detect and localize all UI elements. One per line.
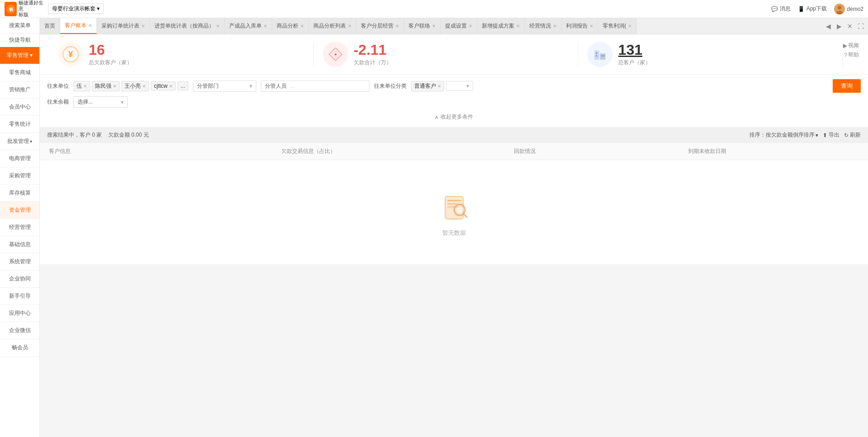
unit-class-arrow-icon: ▾: [466, 83, 469, 89]
sidebar-item-vip[interactable]: 畅会员: [0, 339, 39, 356]
refresh-btn[interactable]: ↻ 刷新: [844, 131, 861, 139]
query-button[interactable]: 查询: [833, 79, 861, 93]
tab-close-inbound-stats[interactable]: ✕: [216, 24, 220, 28]
tab-product-analysis-list[interactable]: 商品分析列表 ✕: [309, 18, 356, 34]
tab-close-customer-accounts[interactable]: ✕: [88, 23, 92, 28]
results-bar: 搜索结果中，客户 0 家 欠款金额 0.00 元 排序：按欠款金额倒序排序 ▾ …: [40, 128, 868, 143]
filter-area: 往来单位 伍 ✕ 陈民强 ✕ 王小亮 ✕: [40, 75, 868, 128]
person-extra-icon: ...: [290, 83, 295, 89]
sidebar-item-enterprise[interactable]: 企业协同: [0, 271, 39, 288]
tab-close-product-analysis-list[interactable]: ✕: [348, 24, 351, 28]
filter-tag-cjttcw: cjttcw ✕: [151, 81, 176, 90]
sidebar-search[interactable]: 搜索菜单: [0, 18, 39, 33]
top-bar: 畅 畅捷通好生意 标版 母婴行业演示帐套 ▾ 💬 消息 📱 App下载 demo…: [0, 0, 868, 18]
remove-tag-chen[interactable]: ✕: [113, 84, 116, 89]
sidebar-item-membership[interactable]: 会员中心: [0, 99, 39, 116]
tab-close-operations[interactable]: ✕: [553, 24, 556, 28]
tab-bar-actions: ◀ ▶ ✕ ⛶: [821, 18, 868, 34]
sidebar-item-finance[interactable]: 资金管理: [0, 202, 39, 219]
sidebar-item-wholesale[interactable]: 批发管理 ▾: [0, 133, 39, 150]
remove-tag-wu[interactable]: ✕: [83, 84, 87, 89]
messages-btn[interactable]: 💬 消息: [771, 5, 791, 13]
tab-close-profit-report[interactable]: ✕: [590, 24, 593, 28]
sidebar-item-retail-mall[interactable]: 零售商城: [0, 64, 39, 81]
sidebar-quick-nav[interactable]: 快捷导航: [0, 33, 39, 47]
sort-arrow-icon: ▾: [815, 132, 818, 138]
sidebar-item-operations[interactable]: 经营管理: [0, 219, 39, 236]
app-download-btn[interactable]: 📱 App下载: [798, 5, 827, 13]
sidebar-item-basic-info[interactable]: 基础信息: [0, 236, 39, 253]
col-repayment: 回款情况: [512, 147, 686, 155]
main-layout: 搜索菜单 快捷导航 零售管理 ▾ 零售商城 营销推广 会员中心 零售统计 批发管…: [0, 18, 868, 437]
tab-operations-situation[interactable]: 经营情况 ✕: [525, 18, 561, 34]
tab-home[interactable]: 首页: [40, 18, 60, 34]
export-btn[interactable]: ⬆ 导出: [823, 131, 839, 139]
sidebar-item-inventory[interactable]: 库存核算: [0, 185, 39, 202]
help-btn[interactable]: ? 帮助: [844, 51, 859, 59]
tab-retail-profit-label: 零售利润(: [603, 22, 626, 30]
filter-unit-class-select[interactable]: ▾: [446, 81, 473, 91]
tab-scroll-right[interactable]: ▶: [834, 22, 844, 31]
tab-raise-settings[interactable]: 提成设置 ✕: [441, 18, 477, 34]
remove-tag-wang[interactable]: ✕: [142, 84, 146, 89]
sidebar-item-system[interactable]: 系统管理: [0, 253, 39, 271]
video-btn[interactable]: ▶ 视频: [843, 42, 859, 49]
sidebar-item-wechat[interactable]: 企业微信: [0, 322, 39, 339]
tab-close-customer-contact[interactable]: ✕: [432, 24, 436, 28]
tab-close-product-analysis[interactable]: ✕: [300, 24, 304, 28]
stat-block-debt: ✦ -2.11 欠款合计（万）: [314, 42, 579, 67]
tab-maximize[interactable]: ⛶: [856, 22, 865, 31]
tab-close-purchase-stats[interactable]: ✕: [141, 24, 145, 28]
sidebar-item-ecommerce[interactable]: 电商管理: [0, 150, 39, 167]
collapse-btn[interactable]: ∧ 收起更多条件: [429, 111, 479, 123]
tab-inbound-stats[interactable]: 进货单统计表（按商品） ✕: [150, 18, 225, 34]
tab-customer-segment[interactable]: 客户分层经营 ✕: [356, 18, 404, 34]
tab-close-customer-segment[interactable]: ✕: [395, 24, 399, 28]
tab-profit-report[interactable]: 利润报告 ✕: [561, 18, 598, 34]
page-content: ¥ 16 总欠款客户（家） ✦: [40, 34, 868, 437]
tab-close-product-inbound[interactable]: ✕: [264, 24, 267, 28]
sidebar-item-purchase[interactable]: 采购管理: [0, 167, 39, 185]
tab-customer-accounts[interactable]: 客户账本 ✕: [60, 18, 97, 34]
tab-customer-contact[interactable]: 客户联络 ✕: [404, 18, 441, 34]
tab-close-raise-settings[interactable]: ✕: [469, 24, 472, 28]
svg-text:✦: ✦: [334, 52, 337, 57]
tab-new-raise-plan[interactable]: 新增提成方案 ✕: [477, 18, 525, 34]
person-label-text: 分管人员: [265, 82, 287, 90]
table-header: 客户信息 欠款交易信息（占比） 回款情况 到期未收款日期: [40, 143, 868, 160]
balance-placeholder: 选择...: [77, 98, 93, 106]
filter-person[interactable]: 分管人员 ...: [261, 81, 369, 92]
tab-close-new-raise-plan[interactable]: ✕: [516, 24, 520, 28]
remove-tag-ordinary[interactable]: ✕: [437, 84, 441, 89]
refresh-icon: ↻: [844, 132, 849, 138]
filter-more-tags[interactable]: ...: [177, 81, 188, 90]
total-clients-value: 131: [618, 43, 651, 57]
svg-rect-19: [447, 203, 457, 204]
sort-select[interactable]: 排序：按欠款金额倒序排序 ▾: [749, 131, 818, 139]
demo-selector[interactable]: 母婴行业演示帐套 ▾: [48, 4, 104, 14]
tab-close-all[interactable]: ✕: [845, 22, 854, 31]
sidebar-item-retail-stats[interactable]: 零售统计: [0, 116, 39, 133]
filter-dept[interactable]: 分管部门 ▾: [193, 81, 256, 92]
remove-tag-cjttcw[interactable]: ✕: [169, 84, 173, 89]
user-profile-btn[interactable]: demo2: [834, 4, 863, 14]
diamond-icon: ✦: [323, 42, 348, 67]
sidebar-item-app-center[interactable]: 应用中心: [0, 305, 39, 322]
tab-scroll-left[interactable]: ◀: [824, 22, 833, 31]
empty-icon: [436, 187, 472, 223]
sidebar-item-newbie[interactable]: 新手引导: [0, 288, 39, 305]
filter-tag-chen: 陈民强 ✕: [92, 81, 120, 91]
filter-balance[interactable]: 选择... ▾: [73, 96, 128, 108]
tab-purchase-stats[interactable]: 采购订单统计表 ✕: [97, 18, 150, 34]
chevron-down-icon: ▾: [97, 5, 100, 12]
sidebar-item-retail-mgmt[interactable]: 零售管理 ▾: [0, 47, 39, 64]
svg-rect-13: [596, 55, 597, 57]
tab-product-analysis[interactable]: 商品分析 ✕: [272, 18, 309, 34]
stat-info-clients: 131 总客户（家）: [618, 43, 651, 66]
yuan-icon: ¥: [58, 42, 83, 67]
tab-purchase-stats-label: 采购订单统计表: [101, 22, 139, 30]
sidebar-item-marketing[interactable]: 营销推广: [0, 81, 39, 99]
tab-retail-profit[interactable]: 零售利润( ✕: [598, 18, 637, 34]
tab-product-inbound[interactable]: 产成品入库单 ✕: [225, 18, 272, 34]
tab-close-retail-profit[interactable]: ✕: [628, 24, 632, 28]
